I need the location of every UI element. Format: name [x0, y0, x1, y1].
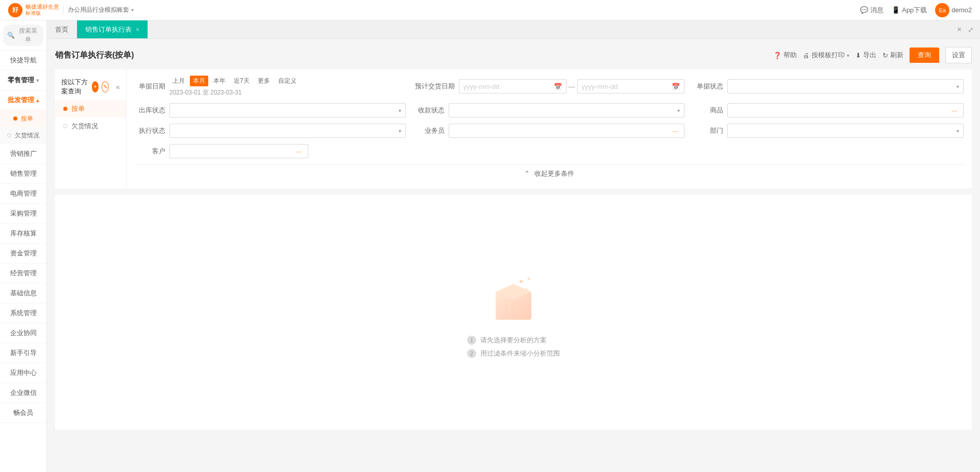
collapse-more-bar[interactable]: ⌃ 收起更多条件 — [135, 164, 964, 182]
logo-area: 好 畅捷通好生意 标准版 — [8, 3, 59, 17]
refresh-button[interactable]: ↻ 刷新 — [883, 51, 903, 60]
empty-tip-2: 2 用过滤条件来缩小分析范围 — [467, 349, 560, 358]
quick-nav-label: 快捷导航 — [10, 56, 37, 64]
add-filter-button[interactable]: + — [92, 81, 99, 92]
tab-bar: 首页 销售订单执行表 × × ⤢ — [47, 20, 980, 39]
system-title-chevron: ▾ — [131, 7, 134, 13]
message-button[interactable]: 💬 消息 — [860, 6, 884, 15]
department-select[interactable]: ▾ — [727, 124, 964, 138]
calendar-icon-to: 📅 — [672, 83, 680, 90]
page-title: 销售订单执行表(按单) — [55, 50, 134, 61]
top-bar-divider — [63, 6, 64, 14]
sidebar-item-basic-info[interactable]: 基础信息 — [0, 284, 46, 303]
retail-label: 零售管理 — [8, 76, 34, 85]
help-button[interactable]: ❓ 帮助 — [773, 51, 797, 60]
search-label: 搜索菜单 — [17, 27, 39, 44]
sidebar-item-operations[interactable]: 经营管理 — [0, 264, 46, 284]
sidebar-item-purchase[interactable]: 采购管理 — [0, 204, 46, 224]
print-button[interactable]: 🖨 按模板打印 ▾ — [803, 51, 849, 60]
product-more-button[interactable]: ··· — [949, 107, 959, 114]
svg-point-3 — [520, 280, 523, 283]
sidebar-quick-nav[interactable]: 快捷导航 — [0, 51, 46, 70]
help-label: 帮助 — [783, 51, 797, 60]
system-title-dropdown[interactable]: 办公用品行业模拟账套 ▾ — [68, 6, 134, 14]
salesman-item: 业务员 ··· — [414, 124, 685, 138]
collapse-icon: ⌃ — [524, 170, 530, 177]
refresh-label: 刷新 — [890, 51, 903, 60]
date-tab-this-year[interactable]: 本年 — [210, 76, 229, 86]
sidebar-item-app-center[interactable]: 应用中心 — [0, 363, 46, 383]
customer-more-button[interactable]: ··· — [294, 148, 304, 155]
payment-select[interactable]: ▾ — [449, 103, 685, 117]
delivery-date-from[interactable]: yyyy-mm-dd 📅 — [459, 79, 567, 93]
sidebar-item-ecommerce[interactable]: 电商管理 — [0, 184, 46, 204]
delivery-from-placeholder: yyyy-mm-dd — [463, 83, 500, 90]
tab-maximize-action[interactable]: ⤢ — [966, 23, 976, 36]
customer-item: 客户 ··· — [135, 144, 308, 158]
content-area: 首页 销售订单执行表 × × ⤢ 销售订单执行表(按单) — [47, 20, 980, 472]
logo-text: 畅捷通好生意 标准版 — [26, 4, 59, 16]
export-button[interactable]: ⬇ 导出 — [855, 51, 876, 60]
salesman-more-button[interactable]: ··· — [671, 127, 680, 135]
date-tab-last-month[interactable]: 上月 — [169, 76, 188, 86]
print-icon: 🖨 — [803, 52, 810, 59]
tab-sales-order[interactable]: 销售订单执行表 × — [77, 20, 148, 38]
date-separator: — — [569, 83, 575, 90]
sidebar-item-finance[interactable]: 资金管理 — [0, 244, 46, 264]
shortage-label: 欠货情况 — [71, 122, 98, 131]
app-download-button[interactable]: 📱 App下载 — [892, 6, 927, 15]
wholesale-label: 批发管理 — [8, 96, 34, 105]
sidebar-search[interactable]: 🔍 搜索菜单 — [0, 20, 46, 51]
customer-label: 客户 — [135, 147, 165, 156]
date-range-display: 2023-03-01 至 2023-03-31 — [169, 88, 406, 97]
top-bar-left: 好 畅捷通好生意 标准版 办公用品行业模拟账套 ▾ — [8, 3, 134, 17]
date-tab-7days[interactable]: 近7天 — [231, 76, 253, 86]
top-bar-right: 💬 消息 📱 App下载 Ea demo2 — [860, 3, 972, 17]
out-stock-select[interactable]: ▾ — [169, 103, 406, 117]
search-icon: 🔍 — [7, 32, 15, 39]
status-select[interactable]: ▾ — [727, 79, 964, 93]
edit-filter-button[interactable]: ✎ — [102, 81, 109, 92]
product-label: 商品 — [693, 106, 723, 115]
sidebar-item-marketing[interactable]: 营销推广 — [0, 144, 46, 164]
date-tab-custom[interactable]: 自定义 — [275, 76, 300, 86]
sidebar-sub-item-by-order[interactable]: 按单 — [0, 110, 46, 127]
department-chevron: ▾ — [957, 128, 959, 134]
sidebar-item-sales[interactable]: 销售管理 — [0, 164, 46, 184]
tip-num-1: 1 — [467, 336, 476, 345]
sub-circle — [7, 133, 11, 137]
date-tab-more[interactable]: 更多 — [255, 76, 273, 86]
collapse-nav-button[interactable]: « — [116, 83, 120, 91]
filter-nav-shortage[interactable]: 欠货情况 — [55, 117, 126, 135]
sidebar-item-newbie[interactable]: 新手引导 — [0, 343, 46, 363]
sidebar-sub-item-shortage[interactable]: 欠货情况 — [0, 127, 46, 144]
page-actions: ❓ 帮助 🖨 按模板打印 ▾ ⬇ 导出 ↻ — [773, 47, 972, 63]
export-label: 导出 — [863, 51, 876, 60]
print-label: 按模板打印 — [812, 51, 845, 60]
filter-row-3: 执行状态 ▾ 业务员 ··· — [135, 124, 964, 138]
sidebar-item-wholesale[interactable]: 批发管理 ▴ — [0, 90, 46, 110]
payment-chevron: ▾ — [677, 108, 680, 113]
status-filter-item: 单据状态 ▾ — [693, 79, 964, 93]
sidebar-item-inventory[interactable]: 库存核算 — [0, 224, 46, 244]
empty-state-container: 1 请先选择要分析的方案 2 用过滤条件来缩小分析范围 — [55, 195, 972, 430]
sidebar-item-retail[interactable]: 零售管理 ▾ — [0, 70, 46, 90]
settings-button[interactable]: 设置 — [945, 47, 972, 63]
tab-home[interactable]: 首页 — [47, 20, 77, 38]
sidebar-item-enterprise[interactable]: 企业协同 — [0, 323, 46, 343]
tab-close-action[interactable]: × — [955, 23, 964, 36]
page-header: 销售订单执行表(按单) ❓ 帮助 🖨 按模板打印 ▾ ⬇ — [55, 47, 972, 63]
sidebar-item-member[interactable]: 畅会员 — [0, 403, 46, 423]
tab-close-button[interactable]: × — [136, 26, 139, 33]
tab-actions: × ⤢ — [955, 23, 980, 36]
print-chevron: ▾ — [847, 53, 849, 58]
sidebar-item-system[interactable]: 系统管理 — [0, 303, 46, 323]
filter-nav-by-order[interactable]: 按单 — [55, 100, 126, 117]
sidebar-item-enterprise-wechat[interactable]: 企业微信 — [0, 383, 46, 403]
department-label: 部门 — [693, 126, 723, 135]
date-tab-this-month[interactable]: 本月 — [190, 76, 208, 86]
user-avatar-area[interactable]: Ea demo2 — [935, 3, 972, 17]
query-button[interactable]: 查询 — [910, 48, 939, 63]
exec-status-select[interactable]: ▾ — [169, 124, 406, 138]
delivery-date-to[interactable]: yyyy-mm-dd 📅 — [577, 79, 685, 93]
